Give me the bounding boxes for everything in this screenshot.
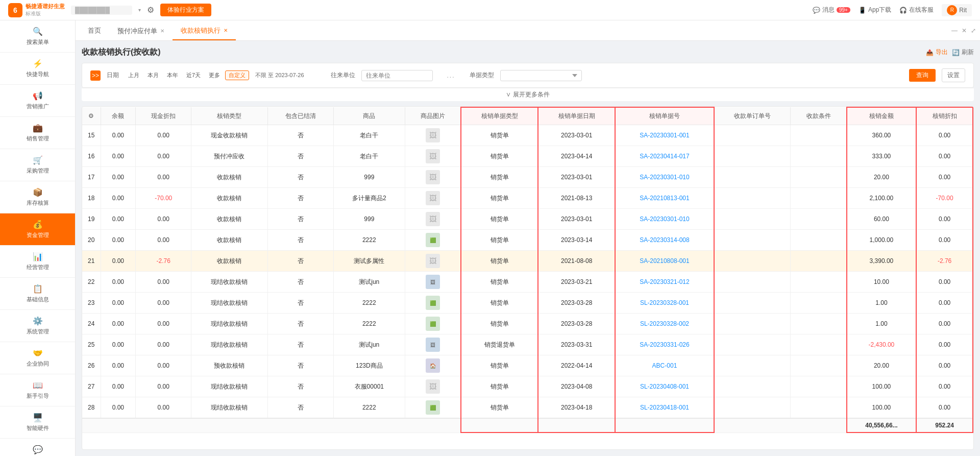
writeoff-number-link[interactable]: SA-20230321-012 [640,278,689,285]
window-minimize-icon[interactable]: — [951,27,958,34]
td-writeoff-number[interactable]: ABC-001 [615,355,714,376]
writeoff-number-link[interactable]: SA-20210813-001 [640,195,689,202]
writeoff-number-link[interactable]: SA-20230314-008 [640,236,689,244]
td-cash-discount: 0.00 [136,209,191,230]
th-settings[interactable]: ⚙ [82,107,101,125]
sidebar-item-guide[interactable]: 📖 新手引导 [0,374,75,406]
sidebar-item-purchase[interactable]: 🛒 采购管理 [0,149,75,181]
td-writeoff-number[interactable]: SA-20210808-001 [615,251,714,272]
date-more[interactable]: 更多 [206,70,223,80]
company-dropdown-icon[interactable]: ▾ [138,7,141,13]
td-receipt-condition [791,188,847,209]
refresh-button[interactable]: 🔄 刷新 [952,48,974,57]
date-filter-label: 日期 [107,71,119,80]
product-image: 🖼 [426,338,440,352]
date-last-7[interactable]: 近7天 [183,70,204,80]
expand-conditions-bar[interactable]: ∨ 展开更多条件 [82,88,974,101]
export-button[interactable]: 📤 导出 [926,48,948,57]
td-writeoff-number[interactable]: SL-20230328-002 [615,314,714,334]
writeoff-number-link[interactable]: SA-20230301-010 [640,174,689,181]
td-type: 现结收款核销 [191,314,267,334]
writeoff-number-link[interactable]: SL-20230328-002 [640,320,689,327]
sidebar-item-system[interactable]: ⚙️ 系统管理 [0,310,75,342]
user-avatar: R [947,5,957,15]
sidebar-item-search[interactable]: 🔍 搜索菜单 [0,20,75,53]
td-id: 23 [82,293,101,314]
date-this-year[interactable]: 本年 [164,70,181,80]
company-name[interactable]: ████████ [71,6,132,15]
writeoff-number-link[interactable]: SA-20230301-001 [640,132,689,139]
online-service[interactable]: 🎧 在线客服 [899,6,934,14]
app-download-label: App下载 [868,6,891,14]
td-writeoff-number[interactable]: SA-20230301-010 [615,167,714,188]
writeoff-number-link[interactable]: ABC-001 [652,362,677,369]
td-receipt-order [714,251,791,272]
td-writeoff-type: 销货退货单 [461,334,538,355]
expand-conditions-btn[interactable]: ∨ 展开更多条件 [506,90,549,99]
date-custom-btn[interactable]: 自定义 [225,70,249,80]
online-service-label: 在线客服 [909,6,934,14]
td-type: 现结收款核销 [191,293,267,314]
window-close-icon[interactable]: ✕ [962,27,967,34]
writeoff-number-link[interactable]: SA-20230301-010 [640,215,689,223]
table-row: 20 0.00 0.00 收款核销 否 2222 🟩 销货单 2023-03-1… [82,230,973,251]
writeoff-number-link[interactable]: SL-20230328-001 [640,299,689,306]
date-this-month[interactable]: 本月 [144,70,162,80]
td-writeoff-amount: 100.00 [847,397,917,419]
query-button[interactable]: 查询 [909,69,936,82]
td-product: 2222 [333,230,405,251]
td-writeoff-type: 销货单 [461,125,538,146]
sidebar-label-collab: 企业协同 [27,360,49,368]
top-bar: 6 畅捷通谱好生意 标准版 ████████ ▾ ⚙ 体验行业方案 💬 消息 9… [0,0,980,20]
product-image: 🟩 [426,233,440,247]
filter-bar: >> 日期 上月 本月 本年 近7天 更多 自定义 不限 至 2023-07-2… [82,63,974,88]
td-writeoff-number[interactable]: SA-20230301-010 [615,209,714,230]
td-writeoff-date: 2021-08-13 [538,188,615,209]
tab-home[interactable]: 首页 [80,22,109,40]
td-cash-discount: 0.00 [136,293,191,314]
td-writeoff-number[interactable]: SA-20230331-026 [615,334,714,355]
sidebar-item-quick[interactable]: ⚡ 快捷导航 [0,53,75,85]
filter-expand-button[interactable]: >> [90,70,101,81]
sidebar-item-finance[interactable]: 💰 资金管理 [0,213,75,246]
writeoff-number-link[interactable]: SL-20230418-001 [640,404,689,411]
sidebar-item-collab[interactable]: 🤝 企业协同 [0,342,75,374]
writeoff-number-link[interactable]: SA-20230414-017 [640,153,689,160]
writeoff-number-link[interactable]: SA-20210808-001 [640,257,689,265]
sidebar-item-hardware[interactable]: 🖥️ 智能硬件 [0,406,75,439]
writeoff-number-link[interactable]: SL-20230408-001 [640,383,689,390]
trial-button[interactable]: 体验行业方案 [160,4,211,16]
product-image-placeholder: 🖼 [426,212,440,226]
sidebar-item-sales[interactable]: 💼 销售管理 [0,117,75,149]
window-expand-icon[interactable]: ⤢ [971,27,976,34]
tab-prepay[interactable]: 预付冲应付单 ✕ [109,22,173,40]
td-writeoff-number[interactable]: SL-20230328-001 [615,293,714,314]
td-writeoff-date: 2023-03-01 [538,125,615,146]
writeoff-number-link[interactable]: SA-20230331-026 [640,341,689,348]
table-footer-row: 40,556,66... 952.24 [82,418,973,433]
tab-writeoff-close[interactable]: ✕ [224,28,228,33]
setting-button[interactable]: 设置 [942,68,965,82]
tab-prepay-close[interactable]: ✕ [160,28,164,34]
td-writeoff-number[interactable]: SL-20230408-001 [615,376,714,397]
td-writeoff-number[interactable]: SA-20230301-001 [615,125,714,146]
counterpart-input[interactable] [361,70,433,81]
td-writeoff-number[interactable]: SA-20230414-017 [615,146,714,167]
gear-icon[interactable]: ⚙ [147,5,154,15]
sidebar-item-basic[interactable]: 📋 基础信息 [0,278,75,310]
sidebar-item-management[interactable]: 📊 经营管理 [0,246,75,278]
td-writeoff-number[interactable]: SA-20230321-012 [615,272,714,293]
app-download[interactable]: 📱 App下载 [859,6,891,14]
sidebar-item-wechat[interactable]: 💬 企业微信 [0,439,75,456]
message-area[interactable]: 💬 消息 99+ [813,6,850,14]
tab-writeoff[interactable]: 收款核销执行 ✕ [173,22,236,40]
td-writeoff-number[interactable]: SL-20230418-001 [615,397,714,419]
sidebar-item-marketing[interactable]: 📢 营销推广 [0,85,75,117]
td-writeoff-number[interactable]: SA-20230314-008 [615,230,714,251]
date-last-month[interactable]: 上月 [125,70,142,80]
td-receipt-order [714,272,791,293]
sidebar-item-inventory[interactable]: 📦 库存核算 [0,181,75,213]
user-area[interactable]: R Rit [942,4,972,16]
td-writeoff-number[interactable]: SA-20210813-001 [615,188,714,209]
voucher-type-select[interactable] [500,70,582,81]
